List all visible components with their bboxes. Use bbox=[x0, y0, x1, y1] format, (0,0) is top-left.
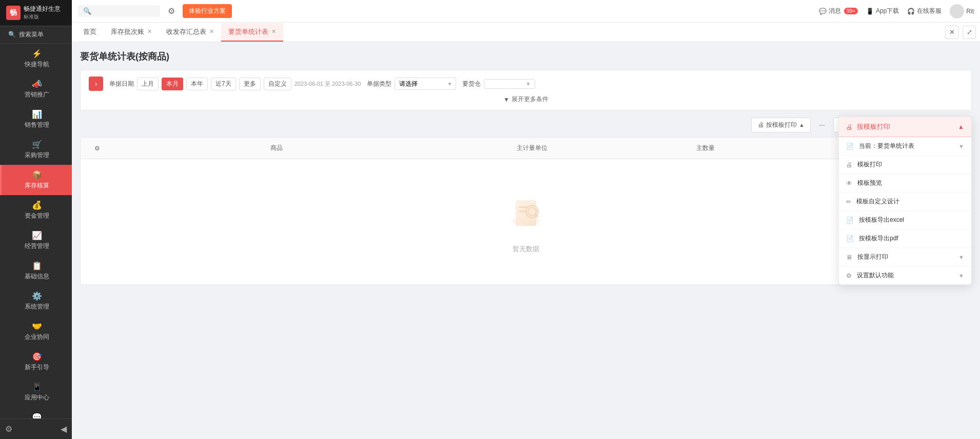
user-avatar bbox=[950, 4, 964, 18]
sidebar-settings-icon[interactable]: ⚙ bbox=[5, 424, 12, 434]
tab-close-all-btn[interactable]: ✕ bbox=[945, 26, 958, 39]
close-all-icon: ✕ bbox=[949, 28, 955, 36]
date-range-display: 2023-06-01 至 2023-06-30 bbox=[295, 80, 361, 88]
tab-close-order-stats[interactable]: ✕ bbox=[271, 28, 276, 35]
th-product: 商品 bbox=[107, 142, 445, 155]
sidebar-item-label: 基础信息 bbox=[25, 272, 49, 281]
sidebar-item-label: 经营管理 bbox=[25, 242, 49, 251]
sidebar-item-collab[interactable]: 🤝 企业协同 bbox=[0, 316, 72, 347]
display-print-label: 按显示打印 bbox=[857, 253, 888, 261]
sidebar-nav: ⚡ 快捷导航 📣 营销推广 📊 销售管理 🛒 采购管理 📦 库存核算 💰 资金管… bbox=[0, 44, 72, 418]
sidebar-item-appstore[interactable]: 📱 应用中心 bbox=[0, 377, 72, 407]
table-header: ⚙ 商品 主计量单位 主数量 零售金额 bbox=[81, 138, 971, 159]
topbar-search-box[interactable]: 🔍 bbox=[78, 5, 160, 17]
sidebar-item-label: 系统管理 bbox=[25, 302, 49, 311]
tab-expand-btn[interactable]: ⤢ bbox=[963, 26, 976, 39]
settings-icon: ⚙ bbox=[168, 6, 175, 16]
tabs-actions: ✕ ⤢ bbox=[945, 26, 976, 39]
toolbar-more-icon[interactable]: ··· bbox=[815, 118, 829, 131]
topbar-search-input[interactable] bbox=[91, 8, 148, 15]
tab-home[interactable]: 首页 bbox=[76, 23, 104, 42]
bill-type-label: 单据类型 bbox=[367, 80, 391, 88]
app-download-btn[interactable]: 📱 App下载 bbox=[866, 7, 899, 15]
dropdown-current-chevron: ▼ bbox=[958, 143, 964, 149]
item-label: 模板预览 bbox=[857, 179, 882, 187]
sidebar-search[interactable]: 🔍 搜索菜单 bbox=[0, 26, 72, 44]
dropdown-collapse-btn[interactable]: ▲ bbox=[958, 123, 964, 130]
date-this-month-btn[interactable]: 本月 bbox=[162, 78, 183, 90]
sidebar-item-marketing[interactable]: 📣 营销推广 bbox=[0, 74, 72, 104]
display-print-icon: 🖥 bbox=[846, 254, 852, 261]
sidebar-item-basic[interactable]: 📋 基础信息 bbox=[0, 256, 72, 286]
sidebar-item-label: 采购管理 bbox=[25, 151, 49, 160]
sidebar-item-purchase[interactable]: 🛒 采购管理 bbox=[0, 135, 72, 165]
bill-type-filter: 单据类型 请选择 ▼ bbox=[367, 78, 456, 90]
sidebar-item-label: 营销推广 bbox=[25, 90, 49, 99]
print-btn[interactable]: 🖨 按模板打印 ▲ bbox=[751, 118, 811, 132]
dropdown-current-label: 当前：要货单统计表 bbox=[859, 142, 914, 150]
date-prev-month-btn[interactable]: 上月 bbox=[137, 78, 159, 90]
sidebar-item-label: 新手引导 bbox=[25, 363, 49, 372]
expand-more-btn[interactable]: ▼ 展开更多条件 bbox=[503, 95, 548, 104]
yh-filter: 要货仓 ▼ bbox=[462, 79, 535, 89]
yh-select-box[interactable]: ▼ bbox=[484, 79, 535, 89]
date-more-btn[interactable]: 更多 bbox=[239, 78, 261, 90]
topbar-settings-btn[interactable]: ⚙ bbox=[164, 4, 179, 18]
th-settings[interactable]: ⚙ bbox=[87, 143, 107, 154]
edit-icon: ✏ bbox=[846, 198, 851, 205]
tab-inventory-batch[interactable]: 库存批次账 ✕ bbox=[104, 23, 159, 42]
filter-expand-icon[interactable]: › bbox=[89, 77, 103, 91]
filter-bar: › 单据日期 上月 本月 本年 近7天 更多 自定义 2023-06-01 至 … bbox=[80, 70, 972, 110]
empty-text: 暂无数据 bbox=[513, 244, 539, 254]
dropdown-default-func[interactable]: ⚙ 设置默认功能 ▼ bbox=[839, 266, 971, 284]
pdf-icon: 📄 bbox=[846, 235, 854, 242]
tab-order-stats[interactable]: 要货单统计表 ✕ bbox=[221, 23, 283, 42]
sidebar-item-wechat[interactable]: 💬 企业微信 bbox=[0, 407, 72, 418]
sidebar-item-operation[interactable]: 📈 经营管理 bbox=[0, 225, 72, 256]
tab-summary[interactable]: 收发存汇总表 ✕ bbox=[159, 23, 221, 42]
sidebar-item-label: 应用中心 bbox=[25, 393, 49, 402]
finance-icon: 💰 bbox=[32, 200, 42, 210]
sidebar-item-system[interactable]: ⚙️ 系统管理 bbox=[0, 286, 72, 316]
bill-type-select-wrapper[interactable]: 请选择 ▼ bbox=[395, 78, 456, 90]
sidebar-item-inventory[interactable]: 📦 库存核算 bbox=[0, 165, 72, 195]
item-label: 按模板导出excel bbox=[859, 216, 904, 224]
message-btn[interactable]: 💬 消息 99+ bbox=[819, 7, 858, 15]
dropdown-display-print[interactable]: 🖥 按显示打印 ▼ bbox=[839, 248, 971, 266]
chevron-right-icon: › bbox=[95, 80, 97, 88]
print-dropdown-panel: 🖨 按模板打印 ▲ 📄 当前：要货单统计表 ▼ 🖨 模板打印 👁 模板预览 bbox=[838, 117, 972, 285]
sidebar-item-label: 快捷导航 bbox=[25, 60, 49, 69]
dropdown-header: 🖨 按模板打印 ▲ bbox=[839, 117, 971, 137]
operation-icon: 📈 bbox=[32, 231, 42, 240]
dropdown-title: 按模板打印 bbox=[857, 122, 890, 131]
bill-type-select[interactable]: 请选择 bbox=[395, 78, 456, 90]
tab-close-inventory-batch[interactable]: ✕ bbox=[147, 28, 152, 35]
content-area: 要货单统计表(按商品) › 单据日期 上月 本月 本年 近7天 更多 自定义 2… bbox=[72, 42, 980, 439]
user-btn[interactable]: Rit bbox=[950, 4, 974, 18]
empty-state: 暂无数据 bbox=[81, 159, 971, 284]
tab-label: 库存批次账 bbox=[111, 27, 144, 36]
dropdown-item-template-print[interactable]: 🖨 模板打印 bbox=[839, 156, 971, 174]
tab-close-summary[interactable]: ✕ bbox=[209, 28, 214, 35]
sidebar-item-quick-nav[interactable]: ⚡ 快捷导航 bbox=[0, 44, 72, 74]
dropdown-item-template-design[interactable]: ✏ 模板自定义设计 bbox=[839, 193, 971, 211]
empty-icon bbox=[505, 190, 546, 238]
promo-btn[interactable]: 体验行业方案 bbox=[183, 4, 232, 18]
date-this-year-btn[interactable]: 本年 bbox=[186, 78, 208, 90]
date-custom-btn[interactable]: 自定义 bbox=[264, 78, 291, 90]
display-print-chevron: ▼ bbox=[958, 254, 964, 260]
guide-icon: 🎯 bbox=[32, 352, 42, 361]
basic-icon: 📋 bbox=[32, 261, 42, 271]
dropdown-item-export-excel[interactable]: 📄 按模板导出excel bbox=[839, 211, 971, 230]
dropdown-item-export-pdf[interactable]: 📄 按模板导出pdf bbox=[839, 230, 971, 248]
online-service-btn[interactable]: 🎧 在线客服 bbox=[907, 7, 942, 15]
sidebar-collapse-icon[interactable]: ◀ bbox=[61, 424, 67, 434]
message-label: 消息 bbox=[829, 7, 841, 15]
dropdown-current-item[interactable]: 📄 当前：要货单统计表 ▼ bbox=[839, 137, 971, 156]
dropdown-item-template-preview[interactable]: 👁 模板预览 bbox=[839, 174, 971, 193]
sidebar-item-finance[interactable]: 💰 资金管理 bbox=[0, 195, 72, 225]
sidebar-item-guide[interactable]: 🎯 新手引导 bbox=[0, 347, 72, 377]
sidebar-item-sales[interactable]: 📊 销售管理 bbox=[0, 104, 72, 135]
date-7days-btn[interactable]: 近7天 bbox=[211, 78, 236, 90]
dropdown-header-left: 🖨 按模板打印 bbox=[846, 122, 890, 131]
